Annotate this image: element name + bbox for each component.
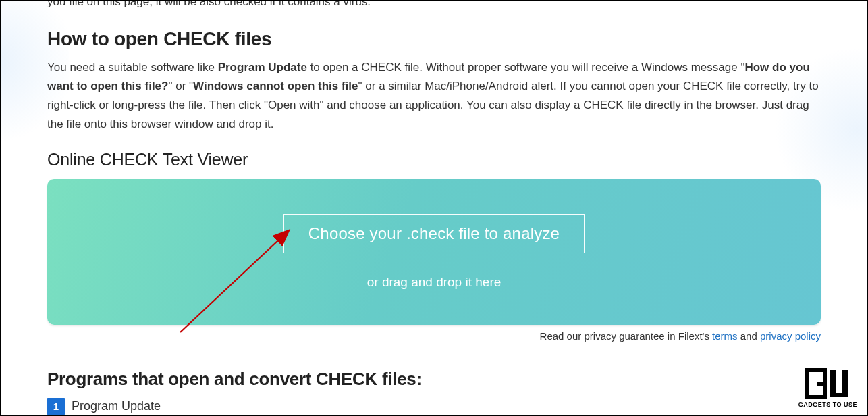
heading-how-to-open: How to open CHECK files (47, 28, 821, 50)
drag-drop-hint: or drag and drop it here (367, 275, 501, 290)
cutoff-text-top: you file on this page, it will be also c… (47, 0, 821, 11)
svg-rect-3 (817, 382, 825, 386)
para-bold-program-update: Program Update (218, 61, 307, 74)
paragraph-how-to-open: You need a suitable software like Progra… (47, 58, 821, 134)
privacy-line: Read our privacy guarantee in Filext's t… (47, 330, 821, 342)
privacy-mid: and (738, 330, 760, 342)
para-text: " or " (168, 80, 193, 93)
heading-online-viewer: Online CHECK Text Viewer (47, 150, 821, 170)
para-text: to open a CHECK file. Without proper sof… (307, 61, 745, 74)
privacy-policy-link[interactable]: privacy policy (760, 330, 821, 342)
terms-link[interactable]: terms (712, 330, 738, 342)
choose-file-button[interactable]: Choose your .check file to analyze (283, 214, 585, 253)
program-number-badge: 1 (47, 398, 65, 415)
svg-rect-6 (842, 370, 848, 397)
para-bold-cannot-open: Windows cannot open this file (193, 80, 358, 93)
para-text: You need a suitable software like (47, 61, 218, 74)
heading-programs: Programs that open and convert CHECK fil… (47, 369, 821, 390)
watermark-logo-icon (805, 367, 850, 400)
file-dropzone[interactable]: Choose your .check file to analyze or dr… (47, 179, 821, 325)
watermark: GADGETS TO USE (798, 367, 857, 408)
watermark-text: GADGETS TO USE (798, 401, 857, 408)
program-name: Program Update (72, 399, 161, 413)
privacy-prefix: Read our privacy guarantee in Filext's (540, 330, 713, 342)
program-list-item: 1 Program Update (47, 398, 821, 415)
